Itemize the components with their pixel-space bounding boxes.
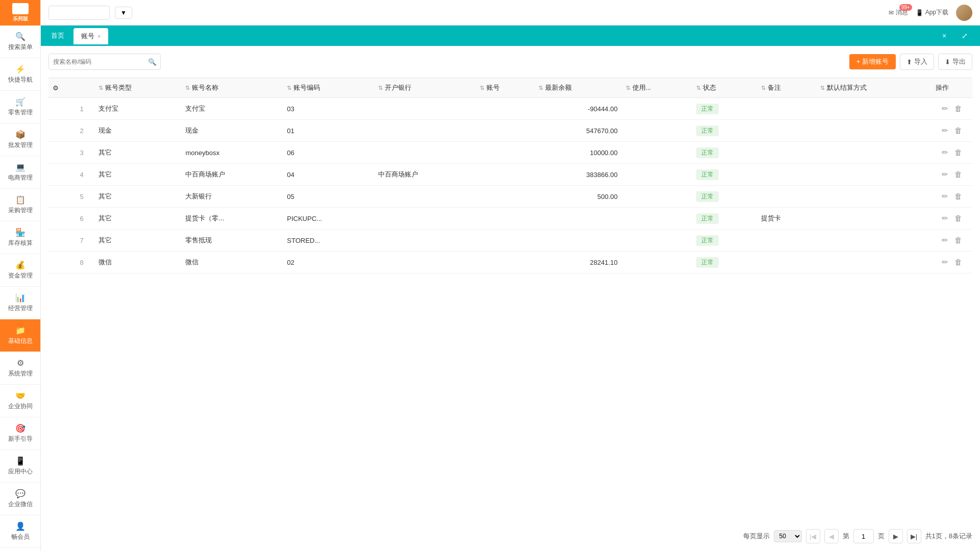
search-button[interactable]: 🔍: [144, 54, 160, 69]
message-button[interactable]: ✉ 消息 99+: [889, 8, 908, 17]
row-type-5: 其它: [94, 208, 181, 230]
row-balance-4: 500.00: [534, 186, 621, 208]
delete-button-0[interactable]: 🗑: [952, 103, 964, 114]
dropdown-button[interactable]: ▼: [115, 7, 132, 19]
edit-button-1[interactable]: ✏: [940, 125, 950, 136]
row-note-7: [757, 252, 816, 273]
top-search-input[interactable]: [48, 6, 110, 20]
sidebar-item-13[interactable]: 📱应用中心: [0, 450, 40, 483]
edit-button-6[interactable]: ✏: [940, 235, 950, 246]
edit-button-0[interactable]: ✏: [940, 103, 950, 114]
sidebar-label-7: 资金管理: [8, 271, 33, 280]
edit-button-5[interactable]: ✏: [940, 213, 950, 224]
prev-page-button[interactable]: ◀: [824, 529, 839, 543]
sidebar-item-15[interactable]: 👤畅会员: [0, 515, 40, 548]
column-settings[interactable]: ⚙: [48, 78, 69, 98]
row-settlement-4: [816, 186, 932, 208]
tab-bar-container: 首页 账号 × × ⤢: [41, 26, 980, 46]
user-avatar[interactable]: [956, 5, 972, 21]
column-bank[interactable]: ⇅ 开户银行: [374, 78, 476, 98]
delete-button-5[interactable]: 🗑: [952, 213, 964, 223]
row-bank-2: [374, 142, 476, 164]
sidebar-item-2[interactable]: 🛒零售管理: [0, 91, 40, 123]
row-actions-3: ✏ 🗑: [932, 164, 972, 186]
row-note-5: 提货卡: [757, 208, 816, 230]
column-note[interactable]: ⇅ 备注: [757, 78, 816, 98]
column-status[interactable]: ⇅ 状态: [692, 78, 757, 98]
first-page-button[interactable]: |◀: [806, 529, 820, 543]
tab-close-icon[interactable]: ×: [97, 33, 101, 39]
add-account-button[interactable]: + 新增账号: [849, 54, 896, 69]
sidebar-item-3[interactable]: 📦批发管理: [0, 123, 40, 156]
row-account-5: [476, 208, 535, 230]
expand-window-button[interactable]: ⤢: [954, 26, 975, 46]
last-page-button[interactable]: ▶|: [907, 529, 921, 543]
delete-button-7[interactable]: 🗑: [952, 257, 964, 267]
sidebar-item-14[interactable]: 💬企业微信: [0, 483, 40, 515]
status-badge: 正常: [696, 104, 719, 114]
sidebar-item-0[interactable]: 🔍搜索菜单: [0, 26, 40, 58]
column-usage[interactable]: ⇅ 使用...: [622, 78, 692, 98]
sidebar-label-11: 企业协同: [8, 402, 33, 411]
column-account[interactable]: ⇅ 账号: [476, 78, 535, 98]
tab-home-label: 首页: [51, 31, 64, 40]
sidebar-item-6[interactable]: 🏪库存核算: [0, 221, 40, 254]
sidebar-item-4[interactable]: 💻电商管理: [0, 156, 40, 189]
sidebar-item-7[interactable]: 💰资金管理: [0, 254, 40, 287]
sidebar-item-12[interactable]: 🎯新手引导: [0, 417, 40, 450]
sidebar-item-9[interactable]: 📁基础信息: [0, 319, 40, 352]
table-row: 1 支付宝 支付宝 03 -90444.00 正常 ✏ 🗑: [48, 98, 972, 120]
sidebar-item-10[interactable]: ⚙系统管理: [0, 352, 40, 385]
row-type-3: 其它: [94, 164, 181, 186]
row-bank-1: [374, 120, 476, 142]
column-code[interactable]: ⇅ 账号编码: [283, 78, 374, 98]
delete-button-2[interactable]: 🗑: [952, 147, 964, 158]
tab-accounts[interactable]: 账号 ×: [74, 28, 108, 44]
edit-button-4[interactable]: ✏: [940, 191, 950, 202]
close-window-button[interactable]: ×: [934, 26, 954, 46]
page-size-select[interactable]: 50 100 200: [774, 530, 802, 542]
row-status-5: 正常: [692, 208, 757, 230]
accounts-table: ⚙ ⇅ 账号类型 ⇅ 账号名称 ⇅ 账号编码 ⇅ 开户银行 ⇅ 账号 ⇅ 最新余…: [48, 78, 972, 273]
delete-button-3[interactable]: 🗑: [952, 169, 964, 180]
edit-button-3[interactable]: ✏: [940, 169, 950, 180]
sidebar-icon-13: 📱: [15, 456, 26, 466]
column-type[interactable]: ⇅ 账号类型: [94, 78, 181, 98]
delete-button-4[interactable]: 🗑: [952, 191, 964, 202]
sidebar-label-12: 新手引导: [8, 435, 33, 443]
row-account-7: [476, 252, 535, 273]
sidebar-icon-10: ⚙: [17, 358, 24, 368]
edit-button-7[interactable]: ✏: [940, 257, 950, 268]
sidebar-item-1[interactable]: ⚡快捷导航: [0, 58, 40, 91]
import-button[interactable]: ⬆ 导入: [900, 54, 934, 70]
sidebar-item-11[interactable]: 🤝企业协同: [0, 385, 40, 417]
row-balance-7: 28241.10: [534, 252, 621, 273]
next-page-button[interactable]: ▶: [889, 529, 903, 543]
search-input[interactable]: [49, 54, 144, 69]
phone-icon: 📱: [916, 9, 923, 16]
edit-button-2[interactable]: ✏: [940, 147, 950, 158]
sidebar-label-14: 企业微信: [8, 500, 33, 509]
column-balance[interactable]: ⇅ 最新余额: [534, 78, 621, 98]
column-settlement[interactable]: ⇅ 默认结算方式: [816, 78, 932, 98]
tab-home[interactable]: 首页: [43, 28, 72, 44]
row-settlement-0: [816, 98, 932, 120]
row-settlement-5: [816, 208, 932, 230]
sidebar-item-8[interactable]: 📊经营管理: [0, 287, 40, 319]
column-name[interactable]: ⇅ 账号名称: [181, 78, 283, 98]
row-settlement-7: [816, 252, 932, 273]
sidebar-icon-12: 🎯: [15, 423, 26, 433]
row-index-3: 4: [69, 164, 94, 186]
app-download-button[interactable]: 📱 App下载: [916, 8, 948, 17]
delete-button-1[interactable]: 🗑: [952, 125, 964, 136]
sidebar-icon-0: 🔍: [15, 32, 26, 41]
delete-button-6[interactable]: 🗑: [952, 235, 964, 245]
sidebar-item-5[interactable]: 📋采购管理: [0, 189, 40, 221]
table-row: 5 其它 大新银行 05 500.00 正常 ✏ 🗑: [48, 186, 972, 208]
row-name-0: 支付宝: [181, 98, 283, 120]
main-area: ▼ ✉ 消息 99+ 📱 App下载 首页 账号 × × ⤢: [41, 0, 980, 551]
page-number-input[interactable]: [853, 529, 874, 543]
row-code-7: 02: [283, 252, 374, 273]
export-button[interactable]: ⬇ 导出: [938, 54, 972, 70]
row-settings-4: [48, 186, 69, 208]
